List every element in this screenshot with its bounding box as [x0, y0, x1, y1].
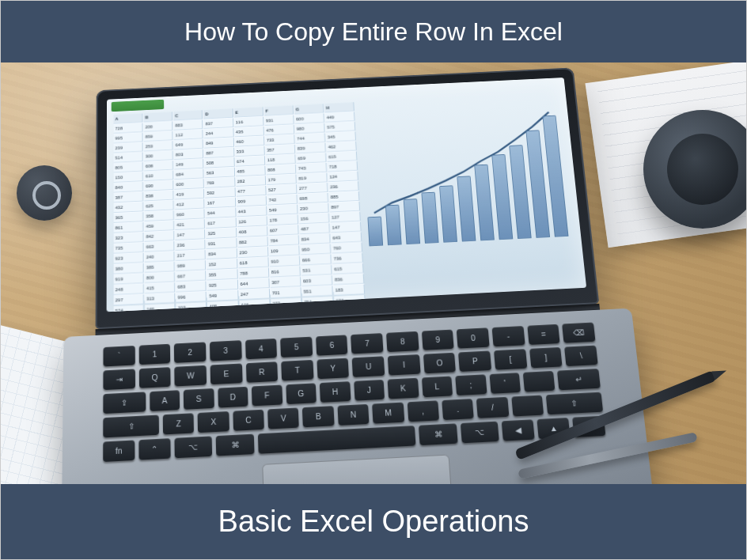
cell: 345	[326, 131, 356, 142]
cell: 405	[207, 301, 238, 312]
cell: 247	[239, 289, 270, 300]
key: ;	[455, 374, 487, 395]
tutorial-card: How To Copy Entire Row In Excel ABCDEFGH…	[0, 0, 747, 560]
cell: 385	[145, 262, 175, 273]
cell: 449	[324, 112, 355, 123]
cell: 744	[295, 133, 325, 143]
cell: 784	[268, 235, 299, 246]
cell: 592	[205, 187, 235, 199]
cell: 996	[176, 292, 207, 303]
cell: 923	[114, 253, 144, 264]
key: [	[494, 349, 527, 370]
cell: 325	[206, 228, 236, 239]
cell: 147	[175, 229, 205, 240]
hero-image: ABCDEFGH72820088383711693160044999585911…	[1, 62, 746, 484]
footer-title: Basic Excel Operations	[218, 505, 529, 539]
cell: A	[114, 113, 143, 123]
cell: 527	[267, 184, 297, 195]
cell: 563	[205, 168, 235, 179]
cell: G	[294, 104, 324, 114]
cell: 728	[114, 123, 143, 134]
keyboard: `1234567890-=⌫ ⇥QWERTYUIOP[]\ ⇪ASDFGHJKL…	[103, 323, 605, 463]
cell: 617	[206, 218, 236, 229]
trackpad	[262, 455, 453, 484]
cell: 230	[298, 203, 329, 214]
cell: 300	[144, 151, 173, 161]
key: 0	[457, 327, 490, 348]
cell: 485	[235, 166, 265, 177]
cell: 230	[237, 247, 268, 258]
key: A	[150, 390, 180, 411]
key: ⇧	[546, 392, 603, 415]
key: R	[245, 361, 278, 383]
cell: 244	[204, 128, 234, 138]
cell: 931	[264, 115, 294, 126]
cell: 819	[297, 172, 328, 184]
cell: 203	[176, 302, 207, 312]
cell: 149	[174, 159, 204, 170]
key: K	[388, 378, 419, 399]
cell: 849	[204, 138, 234, 148]
key: O	[423, 353, 457, 374]
cell: 365	[114, 212, 144, 223]
cell: 643	[331, 233, 362, 244]
laptop-screen: ABCDEFGH72820088383711693160044999585911…	[107, 78, 587, 312]
key: 9	[422, 330, 454, 350]
key: E	[210, 363, 243, 384]
cell: 735	[114, 243, 144, 254]
spreadsheet-grid: ABCDEFGH72820088383711693160044999585911…	[114, 102, 365, 301]
cell: 253	[144, 141, 173, 151]
cell: 435	[234, 127, 264, 137]
key: 6	[316, 335, 348, 355]
cell: 644	[238, 278, 269, 289]
cell: 277	[298, 183, 328, 194]
cell: 152	[207, 259, 237, 270]
cell: 666	[301, 255, 332, 266]
cell: F	[264, 105, 294, 115]
key: F	[252, 385, 282, 407]
cell: 419	[175, 189, 205, 200]
cell: 272	[271, 298, 301, 309]
cell: E	[233, 107, 264, 117]
cell: B	[143, 112, 173, 122]
cell: 124	[328, 171, 358, 182]
key: ⌘	[216, 434, 254, 456]
cell: 282	[236, 176, 266, 187]
key: ⌃	[138, 438, 170, 460]
cell: 931	[207, 238, 237, 249]
cell: 615	[327, 151, 358, 162]
cell: 146	[145, 304, 176, 312]
key: 4	[245, 339, 278, 359]
chart-bar	[385, 205, 402, 246]
key: 3	[210, 340, 241, 361]
cell: 355	[207, 269, 238, 280]
cell: 239	[114, 142, 143, 153]
cell: 800	[145, 272, 175, 283]
key: ,	[407, 400, 439, 422]
cell: 760	[332, 243, 362, 254]
cell: 200	[143, 122, 173, 132]
laptop-screen-bezel: ABCDEFGH72820088383711693160044999585911…	[96, 67, 600, 329]
key: ⌫	[562, 323, 595, 343]
cell: 150	[114, 172, 143, 184]
cell: 514	[114, 153, 143, 163]
bar-chart	[356, 94, 573, 246]
cell: 910	[269, 256, 300, 267]
cell: 808	[266, 165, 296, 176]
cell: 147	[330, 222, 361, 233]
key: 5	[280, 337, 313, 358]
cell: 333	[235, 146, 265, 157]
key: H	[320, 381, 351, 403]
cell: 443	[237, 206, 267, 218]
cell: 551	[301, 286, 333, 297]
cell: 769	[205, 177, 235, 188]
cell: 240	[145, 252, 175, 263]
cell: 358	[144, 210, 174, 221]
key: fn	[103, 440, 135, 462]
cell: 183	[333, 285, 365, 296]
cell: 608	[144, 161, 173, 172]
cell: 625	[144, 200, 174, 211]
cell: 839	[296, 143, 326, 154]
key: X	[198, 411, 229, 433]
cell: 313	[145, 293, 176, 304]
